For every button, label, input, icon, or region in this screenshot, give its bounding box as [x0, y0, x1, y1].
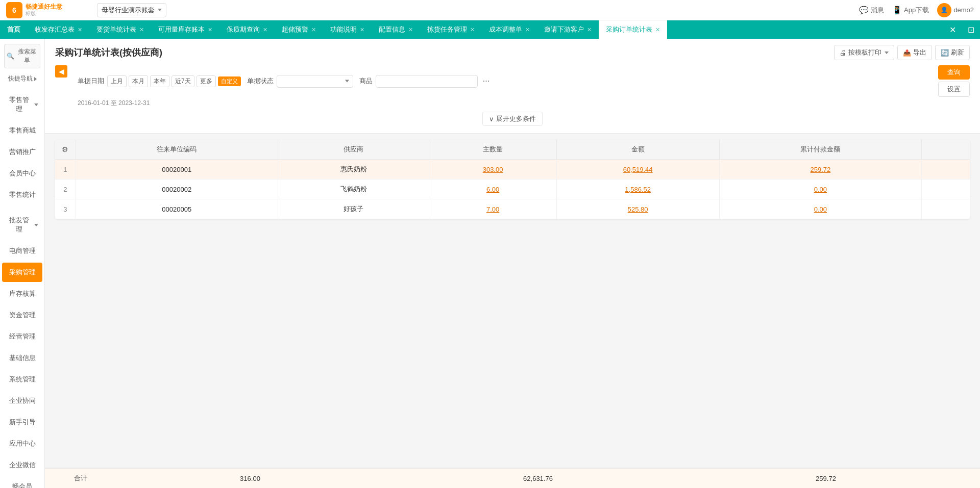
user-profile[interactable]: 👤 demo2	[937, 3, 974, 17]
sidebar-item-finance[interactable]: 资金管理	[2, 305, 42, 325]
row-quantity-2[interactable]: 6.00	[429, 179, 556, 199]
status-select[interactable]	[277, 75, 353, 88]
row-empty-1	[922, 160, 970, 179]
sidebar-item-app-center[interactable]: 应用中心	[2, 434, 42, 453]
shortcut-last-month[interactable]: 上月	[107, 75, 127, 87]
tab-close-2[interactable]: ✕	[208, 27, 212, 33]
logo-area: 6 畅捷通好生意 标版	[6, 2, 62, 18]
sidebar-item-marketing[interactable]: 营销推广	[2, 142, 42, 162]
sidebar-item-retail-management[interactable]: 零售管理	[2, 90, 42, 119]
tab-close-4[interactable]: ✕	[311, 27, 316, 33]
sidebar-item-retail-stats[interactable]: 零售统计	[2, 185, 42, 204]
shortcut-this-year[interactable]: 本年	[150, 75, 169, 87]
tab-close-3[interactable]: ✕	[263, 27, 267, 33]
tab-5[interactable]: 功能说明 ✕	[323, 20, 372, 39]
sidebar-item-purchase[interactable]: 采购管理	[2, 263, 42, 282]
tab-close-6[interactable]: ✕	[408, 27, 413, 33]
tab-1[interactable]: 要货单统计表 ✕	[89, 20, 151, 39]
tab-9[interactable]: 邀请下游客户 ✕	[537, 20, 599, 39]
sidebar-item-member-center[interactable]: 会员中心	[2, 164, 42, 183]
tab-4[interactable]: 超储预警 ✕	[275, 20, 323, 39]
row-quantity-1[interactable]: 303.00	[429, 160, 556, 179]
search-button[interactable]: 查询	[938, 65, 970, 80]
close-window-button[interactable]: ✕	[943, 20, 962, 39]
quick-nav-label[interactable]: 快捷导航	[0, 71, 44, 85]
sidebar-item-guide[interactable]: 新手引导	[2, 413, 42, 432]
toggle-filter-button[interactable]: ◀	[55, 65, 67, 78]
restore-window-button[interactable]: ⊡	[962, 20, 980, 39]
sidebar-item-ecommerce[interactable]: 电商管理	[2, 241, 42, 261]
print-chevron-icon	[885, 52, 889, 54]
expand-filters-button[interactable]: ∨ 展开更多条件	[482, 112, 543, 126]
main-container: 🔍 搜索菜单 快捷导航 零售管理 零售商城 营销推广 会员中心 零售统计 批发管…	[0, 39, 980, 488]
search-menu-button[interactable]: 🔍 搜索菜单	[4, 44, 40, 68]
tab-7[interactable]: 拣货任务管理 ✕	[420, 20, 482, 39]
tab-home[interactable]: 首页	[0, 20, 28, 39]
export-icon: 📤	[903, 49, 911, 57]
row-paid-1[interactable]: 259.72	[719, 160, 922, 179]
status-select-wrapper	[277, 75, 353, 88]
export-button[interactable]: 📤 导出	[897, 45, 932, 60]
tab-close-10[interactable]: ✕	[655, 27, 660, 33]
sidebar-item-system[interactable]: 系统管理	[2, 370, 42, 389]
tab-8[interactable]: 成本调整单 ✕	[482, 20, 537, 39]
row-amount-3[interactable]: 525.80	[556, 199, 719, 219]
search-icon: 🔍	[7, 53, 14, 60]
tab-3[interactable]: 保质期查询 ✕	[219, 20, 275, 39]
row-num-3: 3	[55, 199, 76, 219]
logo-icon: 6	[6, 2, 22, 18]
logo-text: 畅捷通好生意 标版	[26, 3, 62, 16]
filter-fields: 单据日期 上月 本月 本年 近7天 更多 自定义 单据状态	[78, 65, 970, 108]
col-supplier: 供应商	[278, 140, 429, 160]
row-empty-3	[922, 199, 970, 219]
message-button[interactable]: 💬 消息	[859, 6, 884, 15]
row-paid-2[interactable]: 0.00	[719, 179, 922, 199]
refresh-button[interactable]: 🔄 刷新	[935, 45, 970, 60]
sidebar-item-operations[interactable]: 经营管理	[2, 327, 42, 346]
sidebar-item-inventory[interactable]: 库存核算	[2, 284, 42, 303]
sidebar-item-wholesale[interactable]: 批发管理	[2, 211, 42, 239]
table-settings-icon[interactable]: ⚙	[62, 145, 68, 153]
row-amount-1[interactable]: 60,519.44	[556, 160, 719, 179]
shortcut-this-month[interactable]: 本月	[129, 75, 148, 87]
tab-close-8[interactable]: ✕	[525, 27, 530, 33]
workspace-selector[interactable]: 母婴行业演示账套	[97, 3, 166, 17]
page-title: 采购订单统计表(按供应商)	[55, 46, 162, 59]
row-paid-3[interactable]: 0.00	[719, 199, 922, 219]
summary-paid: 259.72	[682, 475, 970, 482]
print-button[interactable]: 🖨 按模板打印	[834, 45, 894, 60]
goods-input[interactable]	[376, 75, 478, 88]
col-settings: ⚙	[55, 140, 76, 160]
tab-10[interactable]: 采购订单统计表 ✕	[599, 20, 667, 39]
goods-more-button[interactable]: ···	[481, 76, 492, 86]
app-download-button[interactable]: 📱 App下载	[892, 6, 929, 15]
tab-close-0[interactable]: ✕	[78, 27, 82, 33]
page-title-row: 采购订单统计表(按供应商) 🖨 按模板打印 📤 导出 🔄 刷新	[55, 45, 970, 60]
sidebar-item-basic-info[interactable]: 基础信息	[2, 348, 42, 368]
top-bar-right: 💬 消息 📱 App下载 👤 demo2	[859, 3, 974, 17]
tab-close-5[interactable]: ✕	[360, 27, 364, 33]
table-row: 1 00020001 惠氏奶粉 303.00 60,519.44 259.72	[55, 160, 970, 179]
workspace-chevron-icon	[158, 9, 162, 11]
row-quantity-3[interactable]: 7.00	[429, 199, 556, 219]
shortcut-more[interactable]: 更多	[197, 75, 216, 87]
tab-close-7[interactable]: ✕	[470, 27, 475, 33]
table-footer: 合计 316.00 62,631.76 259.72	[45, 468, 980, 488]
expand-icon: ∨	[489, 115, 494, 123]
sidebar-item-wechat[interactable]: 企业微信	[2, 455, 42, 475]
tab-6[interactable]: 配置信息 ✕	[372, 20, 420, 39]
tab-2[interactable]: 可用量库存账本 ✕	[151, 20, 219, 39]
shortcut-7days[interactable]: 近7天	[172, 75, 194, 87]
sidebar-item-retail-mall[interactable]: 零售商城	[2, 121, 42, 140]
settings-button[interactable]: 设置	[938, 82, 970, 97]
sidebar-item-member[interactable]: 畅会员	[2, 477, 42, 488]
data-table: ⚙ 往来单位编码 供应商 主数量 金额 累计付款金额 1 00020001	[55, 140, 970, 219]
nav-right-buttons: ✕ ⊡	[943, 20, 980, 39]
tab-close-9[interactable]: ✕	[587, 27, 592, 33]
tab-close-1[interactable]: ✕	[139, 27, 144, 33]
search-settings-buttons: 查询 设置	[938, 65, 970, 97]
summary-label: 合计	[55, 474, 106, 483]
tab-0[interactable]: 收发存汇总表 ✕	[28, 20, 89, 39]
row-amount-2[interactable]: 1,586.52	[556, 179, 719, 199]
sidebar-item-enterprise[interactable]: 企业协同	[2, 391, 42, 410]
